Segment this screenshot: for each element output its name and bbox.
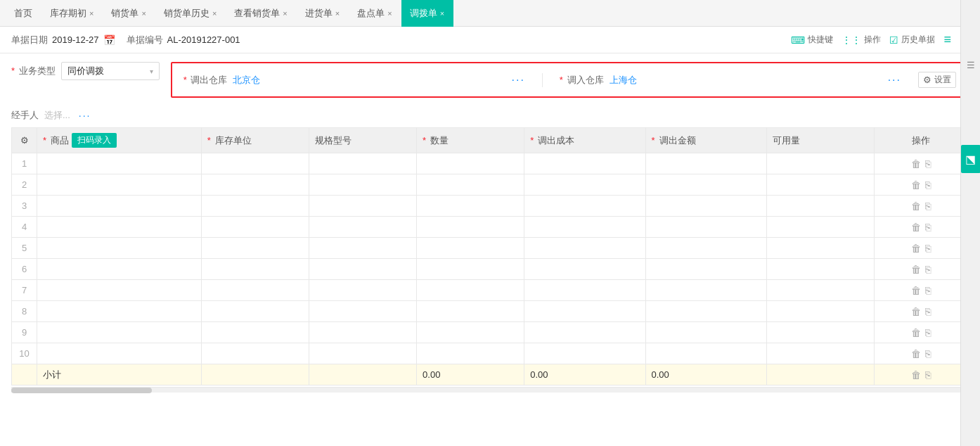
cost-cell[interactable] — [524, 280, 645, 301]
date-value[interactable]: 2019-12-27 — [52, 34, 99, 45]
right-panel-external-icon[interactable]: ⬔ — [961, 145, 981, 173]
product-cell[interactable] — [37, 217, 202, 238]
product-cell[interactable] — [37, 343, 202, 364]
tab-inventory-init-close[interactable]: × — [89, 9, 94, 18]
delete-icon[interactable]: 🗑 — [911, 327, 921, 338]
delete-icon[interactable]: 🗑 — [911, 179, 921, 191]
quantity-cell[interactable] — [417, 153, 524, 174]
delete-icon[interactable]: 🗑 — [911, 158, 921, 170]
business-type-select[interactable]: 同价调拨 ▾ — [61, 62, 160, 80]
delete-icon[interactable]: 🗑 — [911, 264, 921, 275]
calendar-icon[interactable]: 📅 — [103, 34, 115, 46]
in-warehouse-more[interactable]: ··· — [888, 74, 901, 87]
product-cell[interactable] — [37, 196, 202, 217]
quantity-cell[interactable] — [417, 238, 524, 259]
product-cell[interactable] — [37, 259, 202, 280]
cost-cell[interactable] — [524, 301, 645, 322]
product-cell[interactable] — [37, 322, 202, 343]
spec-cell — [309, 301, 416, 322]
copy-icon[interactable]: ⎘ — [925, 369, 931, 381]
settings-gear-icon[interactable]: ⚙ — [20, 135, 29, 146]
out-warehouse-value[interactable]: 北京仓 — [233, 74, 260, 87]
delete-icon[interactable]: 🗑 — [911, 200, 921, 212]
product-cell[interactable] — [37, 238, 202, 259]
tab-inventory-init[interactable]: 库存期初 × — [41, 0, 103, 27]
cost-cell[interactable] — [524, 196, 645, 217]
quantity-cell[interactable] — [417, 196, 524, 217]
row-num: 1 — [12, 153, 37, 174]
copy-icon[interactable]: ⎘ — [925, 200, 931, 212]
quantity-cell[interactable] — [417, 259, 524, 280]
amount-cell — [645, 238, 766, 259]
cost-cell[interactable] — [524, 153, 645, 174]
tab-purchase-order[interactable]: 进货单 × — [297, 0, 349, 27]
scan-button[interactable]: 扫码录入 — [72, 133, 117, 148]
available-cell — [766, 343, 874, 364]
h-scroll-thumb — [11, 388, 152, 393]
product-cell[interactable] — [37, 153, 202, 174]
tab-purchase-order-close[interactable]: × — [335, 9, 340, 18]
tab-sales-order[interactable]: 销货单 × — [103, 0, 155, 27]
product-cell[interactable] — [37, 174, 202, 196]
cost-cell[interactable] — [524, 174, 645, 196]
history-label: 历史单据 — [901, 34, 935, 46]
copy-icon[interactable]: ⎘ — [925, 285, 931, 296]
handler-more[interactable]: ··· — [79, 110, 91, 121]
in-warehouse-value[interactable]: 上海仓 — [610, 74, 637, 87]
layout-list-icon[interactable]: ≡ — [943, 32, 951, 47]
h-scroll[interactable] — [11, 387, 969, 393]
shortcuts-button[interactable]: ⌨ 快捷键 — [791, 34, 833, 46]
delete-icon[interactable]: 🗑 — [911, 222, 921, 233]
tab-inventory-count[interactable]: 盘点单 × — [349, 0, 401, 27]
th-available: 可用量 — [766, 128, 874, 153]
delete-icon[interactable]: 🗑 — [911, 348, 921, 359]
quantity-cell[interactable] — [417, 217, 524, 238]
quantity-cell[interactable] — [417, 280, 524, 301]
cost-cell[interactable] — [524, 238, 645, 259]
tab-sales-order-close[interactable]: × — [141, 9, 146, 18]
tab-view-sales[interactable]: 查看销货单 × — [226, 0, 296, 27]
quantity-cell[interactable] — [417, 174, 524, 196]
quantity-cell[interactable] — [417, 301, 524, 322]
copy-icon[interactable]: ⎘ — [925, 243, 931, 254]
right-panel-list-icon[interactable]: ☰ — [962, 56, 979, 73]
quantity-cell[interactable] — [417, 343, 524, 364]
copy-icon[interactable]: ⎘ — [925, 158, 931, 170]
copy-icon[interactable]: ⎘ — [925, 306, 931, 317]
delete-icon[interactable]: 🗑 — [911, 285, 921, 296]
tab-transfer-order[interactable]: 调拨单 × — [401, 0, 453, 27]
settings-button[interactable]: ⚙ 设置 — [918, 72, 956, 88]
copy-icon[interactable]: ⎘ — [925, 222, 931, 233]
doc-num-label: 单据编号 — [127, 34, 163, 46]
tab-home[interactable]: 首页 — [6, 0, 41, 27]
tab-sales-history-close[interactable]: × — [212, 9, 217, 18]
product-cell[interactable] — [37, 280, 202, 301]
th-product: * 商品 扫码录入 — [37, 128, 202, 153]
handler-row: 经手人 选择... ··· — [11, 106, 969, 127]
delete-icon[interactable]: 🗑 — [911, 306, 921, 317]
out-warehouse-more[interactable]: ··· — [512, 74, 525, 87]
delete-icon[interactable]: 🗑 — [911, 369, 921, 381]
tab-sales-history[interactable]: 销货单历史 × — [155, 0, 226, 27]
delete-icon[interactable]: 🗑 — [911, 243, 921, 254]
copy-icon[interactable]: ⎘ — [925, 264, 931, 275]
cost-cell[interactable] — [524, 259, 645, 280]
tab-inventory-init-label: 库存期初 — [50, 7, 86, 20]
cost-cell[interactable] — [524, 217, 645, 238]
product-cell[interactable] — [37, 301, 202, 322]
tab-inventory-count-close[interactable]: × — [387, 9, 392, 18]
copy-icon[interactable]: ⎘ — [925, 348, 931, 359]
tab-transfer-order-close[interactable]: × — [440, 9, 444, 18]
quantity-cell[interactable] — [417, 322, 524, 343]
operations-button[interactable]: ⋮⋮ 操作 — [842, 34, 881, 46]
available-cell — [766, 259, 874, 280]
external-link-icon: ⬔ — [965, 153, 976, 166]
handler-select[interactable]: 选择... — [44, 109, 70, 122]
copy-icon[interactable]: ⎘ — [925, 327, 931, 338]
cost-cell[interactable] — [524, 343, 645, 364]
cost-cell[interactable] — [524, 322, 645, 343]
history-button[interactable]: ☑ 历史单据 — [889, 34, 935, 46]
available-cell — [766, 153, 874, 174]
tab-view-sales-close[interactable]: × — [283, 9, 287, 18]
copy-icon[interactable]: ⎘ — [925, 179, 931, 191]
